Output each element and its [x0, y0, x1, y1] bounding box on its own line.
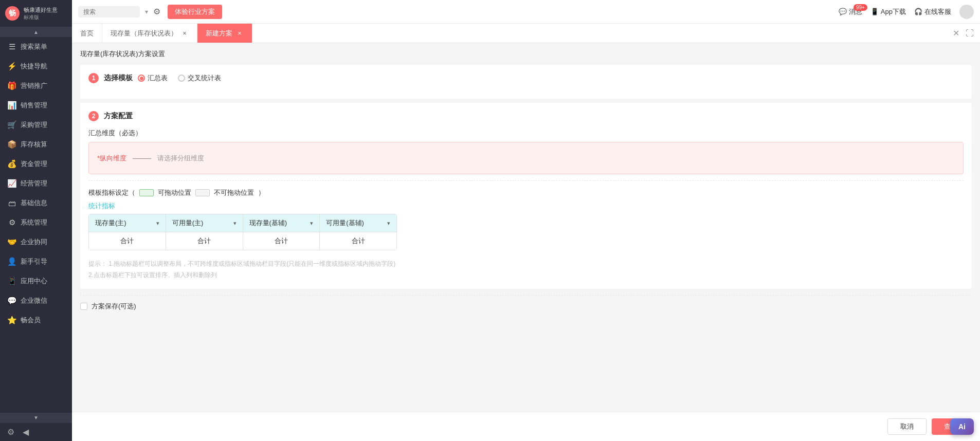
sidebar-item-12[interactable]: 📱 应用中心: [0, 271, 72, 291]
sidebar-label-7: 经营管理: [21, 179, 47, 188]
tab-inventory[interactable]: 现存量（库存状况表） ×: [102, 24, 197, 43]
stats-col-label-0: 现存量(主): [95, 218, 126, 228]
stats-header-1[interactable]: 可用量(主)▾: [166, 214, 243, 232]
cancel-button[interactable]: 取消: [887, 418, 927, 435]
step1-title: 选择模板: [104, 74, 133, 83]
stats-col-label-1: 可用量(主): [172, 218, 204, 228]
stats-col-label-2: 现存量(基辅): [249, 218, 287, 228]
sidebar-item-2[interactable]: 🎁 营销推广: [0, 76, 72, 96]
settings-icon[interactable]: ⚙: [7, 427, 14, 437]
sidebar-icon-14: ⭐: [7, 316, 16, 325]
radio-summary-label: 汇总表: [148, 74, 168, 83]
main-area: ▾ ⚙ 体验行业方案 💬 消息 99+ 📱 App下载 🎧 在线客服 首页: [72, 0, 980, 441]
ai-float-btn[interactable]: Ai: [950, 418, 974, 435]
sidebar-item-14[interactable]: ⭐ 畅会员: [0, 310, 72, 330]
sidebar-item-11[interactable]: 👤 新手引导: [0, 252, 72, 271]
topbar-right: 💬 消息 99+ 📱 App下载 🎧 在线客服: [839, 5, 974, 19]
save-option: 方案保存(可选): [80, 302, 972, 311]
sidebar-scroll-up[interactable]: ▲: [0, 27, 72, 37]
radio-summary-circle: [138, 75, 145, 82]
sidebar-scroll-down[interactable]: ▼: [0, 413, 72, 422]
dim-label: 汇总维度（必选）: [88, 128, 964, 138]
logo-icon: 畅: [5, 6, 20, 21]
sidebar-label-0: 搜索菜单: [21, 42, 47, 51]
save-checkbox[interactable]: [80, 303, 87, 310]
step1-card: 1 选择模板 汇总表 交叉统计表: [80, 65, 972, 99]
sidebar-icon-9: ⚙: [7, 218, 16, 227]
sidebar-label-14: 畅会员: [21, 316, 41, 325]
stats-data-3: 合计: [320, 232, 396, 250]
step2-title: 方案配置: [104, 112, 133, 121]
radio-summary[interactable]: 汇总表: [138, 74, 168, 83]
step2-card: 2 方案配置 汇总维度（必选） *纵向维度 —— 请选择分组维度 模板指标设定（…: [80, 103, 972, 289]
tab-home[interactable]: 首页: [72, 24, 102, 43]
sidebar-icon-13: 💬: [7, 296, 16, 305]
sidebar-item-1[interactable]: ⚡ 快捷导航: [0, 57, 72, 76]
sidebar-item-7[interactable]: 📈 经营管理: [0, 174, 72, 193]
tab-close-window-btn[interactable]: ✕: [951, 27, 961, 39]
stats-table: 现存量(主)▾可用量(主)▾现存量(基辅)▾可用量(基辅)▾ 合计合计合计合计: [88, 214, 397, 250]
page-title: 现存量(库存状况表)方案设置: [80, 49, 972, 59]
stats-header-0[interactable]: 现存量(主)▾: [89, 214, 166, 232]
service-btn[interactable]: 🎧 在线客服: [914, 7, 951, 16]
step1-num: 1: [88, 73, 99, 83]
sidebar-label-1: 快捷导航: [21, 62, 47, 71]
sidebar-label-4: 采购管理: [21, 120, 47, 130]
content-area: 现存量(库存状况表)方案设置 1 选择模板 汇总表 交叉统计表: [72, 43, 980, 412]
stats-header-2[interactable]: 现存量(基辅)▾: [243, 214, 320, 232]
stats-header-3[interactable]: 可用量(基辅)▾: [320, 214, 396, 232]
sidebar-item-9[interactable]: ⚙ 系统管理: [0, 213, 72, 232]
indicator-setting-label: 模板指标设定（ 可拖动位置 不可拖动位置 ）: [88, 188, 964, 197]
msg-badge: 99+: [854, 4, 867, 11]
tab-new-plan-close[interactable]: ×: [235, 29, 244, 38]
sidebar-item-10[interactable]: 🤝 企业协同: [0, 232, 72, 252]
gear-icon[interactable]: ⚙: [153, 7, 160, 16]
stats-section: 统计指标 现存量(主)▾可用量(主)▾现存量(基辅)▾可用量(基辅)▾ 合计合计…: [88, 201, 964, 250]
tab-expand-btn[interactable]: ⛶: [964, 28, 976, 39]
footer-bar: 取消 查询: [72, 412, 980, 441]
sidebar-item-5[interactable]: 📦 库存核算: [0, 135, 72, 154]
sidebar-bottom: ⚙ ◀: [0, 422, 72, 441]
msg-btn[interactable]: 💬 消息 99+: [839, 7, 862, 16]
stats-col-chevron-2: ▾: [310, 220, 313, 227]
stats-data-row: 合计合计合计合计: [89, 232, 396, 250]
sidebar-item-0[interactable]: ☰ 搜索菜单: [0, 37, 72, 57]
sidebar-item-6[interactable]: 💰 资金管理: [0, 154, 72, 174]
phone-icon: 📱: [870, 8, 879, 15]
sidebar-item-4[interactable]: 🛒 采购管理: [0, 115, 72, 135]
app-download-btn[interactable]: 📱 App下载: [870, 7, 906, 16]
stats-header-row: 现存量(主)▾可用量(主)▾现存量(基辅)▾可用量(基辅)▾: [89, 214, 396, 232]
stats-col-chevron-1: ▾: [233, 220, 237, 227]
search-dropdown-icon[interactable]: ▾: [145, 8, 148, 15]
sidebar-item-13[interactable]: 💬 企业微信: [0, 291, 72, 310]
sidebar-label-10: 企业协同: [21, 237, 47, 247]
sidebar-icon-3: 📊: [7, 101, 16, 110]
search-input[interactable]: [78, 6, 140, 17]
sidebar-nav: ☰ 搜索菜单 ⚡ 快捷导航 🎁 营销推广 📊 销售管理 🛒 采购管理 📦 库存核…: [0, 37, 72, 413]
tab-new-plan[interactable]: 新建方案 ×: [197, 24, 252, 43]
sidebar-item-8[interactable]: 🗃 基础信息: [0, 193, 72, 213]
tab-inventory-label: 现存量（库存状况表）: [111, 29, 177, 38]
tab-inventory-close[interactable]: ×: [180, 29, 189, 38]
topbar: ▾ ⚙ 体验行业方案 💬 消息 99+ 📱 App下载 🎧 在线客服: [72, 0, 980, 24]
stats-data-1: 合计: [166, 232, 243, 250]
step2-num: 2: [88, 111, 99, 121]
stats-col-label-3: 可用量(基辅): [326, 218, 364, 228]
stats-data-2: 合计: [243, 232, 320, 250]
vertical-dim-label: *纵向维度: [97, 154, 126, 163]
dim-placeholder: 请选择分组维度: [157, 154, 204, 163]
sidebar-label-11: 新手引导: [21, 257, 47, 266]
radio-cross[interactable]: 交叉统计表: [178, 74, 221, 83]
sidebar-icon-0: ☰: [7, 42, 16, 51]
collapse-icon[interactable]: ◀: [23, 427, 29, 437]
sidebar-item-3[interactable]: 📊 销售管理: [0, 96, 72, 115]
sidebar-label-2: 营销推广: [21, 81, 47, 90]
headset-icon: 🎧: [914, 8, 922, 15]
sidebar: 畅 畅康通好生意 标准版 ▲ ☰ 搜索菜单 ⚡ 快捷导航 🎁 营销推广 📊 销售…: [0, 0, 72, 441]
legend-not-draggable: [195, 189, 210, 196]
sidebar-icon-8: 🗃: [7, 198, 16, 208]
trial-btn[interactable]: 体验行业方案: [168, 5, 222, 19]
avatar[interactable]: [959, 5, 974, 19]
dim-required-box[interactable]: *纵向维度 —— 请选择分组维度: [88, 142, 964, 174]
sidebar-label-13: 企业微信: [21, 296, 47, 305]
